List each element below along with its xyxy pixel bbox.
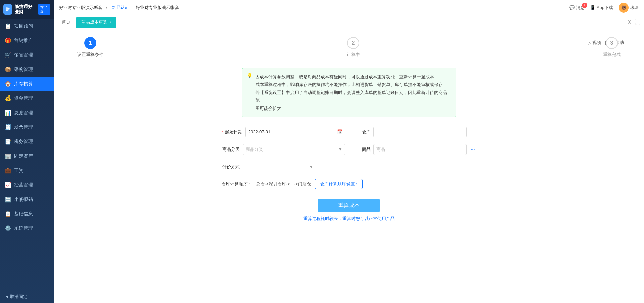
sidebar-item-label: 资金管理 <box>14 95 33 101</box>
operations-icon: 📈 <box>5 182 11 188</box>
sidebar-item-label: 项目顾问 <box>14 23 33 29</box>
step-2-number: 2 <box>352 40 355 46</box>
message-icon: 💬 <box>569 5 575 10</box>
sidebar-item-inventory[interactable]: 🏠 库存核算 <box>0 77 54 91</box>
main-btn-container: 重算成本 重算过程耗时较长，重算时您可以正常使用产品 <box>221 199 476 222</box>
calc-order-label: 仓库计算顺序： <box>221 181 252 187</box>
sidebar-item-label: 营销推广 <box>14 38 33 44</box>
top-header: 好业财专业版演示帐套 ▼ 🛡 已认证 好业财专业版演示帐套 💬 消息 1 📱 A… <box>54 0 644 15</box>
form-container: * 起始日期 2022-07-01 📅 仓库 ··· <box>221 127 476 222</box>
step-3-number: 3 <box>610 40 613 46</box>
play-icon: ▷ <box>588 40 591 45</box>
message-button[interactable]: 💬 消息 1 <box>569 5 585 11</box>
recalc-button[interactable]: 重算成本 <box>318 199 380 212</box>
account-name-right: 好业财专业版演示帐套 <box>132 5 566 11</box>
calendar-icon: 📅 <box>337 129 342 134</box>
sidebar-item-payroll[interactable]: 💼 工资 <box>0 163 54 178</box>
step-3-label: 重算完成 <box>603 52 621 58</box>
sidebar-item-invoice[interactable]: 🧾 发票管理 <box>0 120 54 134</box>
unpin-button[interactable]: ◄ 取消固定 <box>0 290 54 303</box>
avatar-image: 🐻 <box>619 3 629 13</box>
step-line-2 <box>360 43 603 43</box>
expense-icon: 🔄 <box>5 196 11 203</box>
sidebar-item-label: 经营管理 <box>14 182 33 188</box>
start-date-group: * 起始日期 2022-07-01 📅 <box>221 127 345 137</box>
sidebar-item-sales[interactable]: 🛒 销售管理 <box>0 48 54 62</box>
message-badge: 1 <box>582 3 587 8</box>
step-1-label: 设置重算条件 <box>77 52 103 58</box>
goods-label: 商品 <box>352 146 371 153</box>
calc-order-settings-button[interactable]: 仓库计算顺序设置 › <box>315 179 363 189</box>
tab-home[interactable]: 首页 <box>57 17 75 28</box>
sidebar-item-tax[interactable]: 📑 税务管理 <box>0 134 54 149</box>
chevron-right-icon: › <box>356 181 358 186</box>
user-name: 珠珠 <box>630 5 639 11</box>
close-window-icon[interactable]: ✕ <box>627 18 632 26</box>
pricing-group: 计价方式 ▼ <box>221 162 345 172</box>
notice-box: 💡 因成本计算参数调整，或是对商品成本有疑问时，可以通过成本重算功能，重新计算一… <box>241 68 456 117</box>
verified-text: 已认证 <box>117 5 129 10</box>
sidebar-item-purchase[interactable]: 📦 采购管理 <box>0 62 54 77</box>
form-row-3: 计价方式 ▼ <box>221 162 476 172</box>
account-selector[interactable]: 好业财专业版演示帐套 ▼ <box>59 5 108 11</box>
content-area: 1 设置重算条件 2 计算中 3 重算完成 ▷ 视频 <box>54 29 644 303</box>
start-date-input[interactable]: 2022-07-01 📅 <box>245 127 345 137</box>
home-tab-label: 首页 <box>62 19 70 25</box>
sidebar-item-label: 库存核算 <box>14 81 33 87</box>
sidebar-item-finance[interactable]: 💰 资金管理 <box>0 91 54 105</box>
notice-line-4: 围可能会扩大 <box>255 104 450 112</box>
account-name: 好业财专业版演示帐套 <box>59 5 103 11</box>
project-icon: 📋 <box>5 23 11 29</box>
sidebar-item-expense[interactable]: 🔄 小畅报销 <box>0 192 54 207</box>
category-placeholder: 商品分类 <box>246 146 263 153</box>
avatar-emoji: 🐻 <box>621 5 626 10</box>
sidebar-item-basic[interactable]: 📋 基础信息 <box>0 207 54 221</box>
user-avatar[interactable]: 🐻 珠珠 <box>619 3 639 13</box>
sidebar-item-marketing[interactable]: 🎁 营销推广 <box>0 33 54 48</box>
tab-close-icon[interactable]: × <box>109 20 112 25</box>
maximize-icon[interactable]: ⛶ <box>635 18 641 26</box>
verified-badge: 🛡 已认证 <box>111 5 129 10</box>
warehouse-more-button[interactable]: ··· <box>469 129 476 135</box>
category-select[interactable]: 商品分类 ▼ <box>243 144 345 155</box>
tab-bar-actions: ✕ ⛶ <box>627 18 641 26</box>
sidebar-item-system[interactable]: ⚙️ 系统管理 <box>0 221 54 235</box>
tax-icon: 📑 <box>5 138 11 145</box>
notice-icon: 💡 <box>247 73 252 78</box>
tab-bar: 首页 商品成本重算 × ✕ ⛶ <box>54 15 644 29</box>
logo-icon: 财 <box>3 4 12 15</box>
goods-more-button[interactable]: ··· <box>469 146 476 153</box>
sidebar-item-label: 销售管理 <box>14 52 33 58</box>
app-download-button[interactable]: 📱 App下载 <box>590 5 613 11</box>
step-1-circle: 1 <box>84 37 96 49</box>
pricing-select[interactable]: ▼ <box>243 162 316 172</box>
sidebar-item-assets[interactable]: 🏢 固定资产 <box>0 149 54 163</box>
warehouse-input[interactable] <box>373 127 467 137</box>
calc-order-btn-label: 仓库计算顺序设置 <box>320 181 355 187</box>
notice-line-3: 若【系统设置】中启用了自动调整记账日期时，会调整入库单的整单记账日期，因此重新计… <box>255 89 450 104</box>
video-help-button[interactable]: ▷ 视频 <box>588 40 601 46</box>
sidebar-item-accounting[interactable]: 📊 总账管理 <box>0 105 54 120</box>
sidebar-item-label: 采购管理 <box>14 67 33 73</box>
recalc-btn-label: 重算成本 <box>338 202 360 208</box>
start-date-value: 2022-07-01 <box>248 129 271 134</box>
chevron-down-icon: ▼ <box>338 147 342 152</box>
shield-icon: 🛡 <box>111 5 115 10</box>
sidebar-item-label: 税务管理 <box>14 139 33 145</box>
unpin-label: ◄ 取消固定 <box>5 294 28 300</box>
pricing-chevron-icon: ▼ <box>309 164 313 169</box>
app-name: 畅捷通好业财 <box>15 4 36 14</box>
sidebar-item-label: 发票管理 <box>14 124 33 130</box>
purchase-icon: 📦 <box>5 66 11 73</box>
calc-order-value: 总仓->深圳仓库->...->门店仓 <box>256 181 311 187</box>
goods-input[interactable]: 商品 <box>373 144 467 155</box>
inventory-icon: 🏠 <box>5 81 11 87</box>
warehouse-group: 仓库 ··· <box>352 127 476 137</box>
sales-icon: 🛒 <box>5 52 11 58</box>
category-group: 商品分类 商品分类 ▼ <box>221 144 345 155</box>
pricing-label: 计价方式 <box>221 164 240 170</box>
tab-recalc[interactable]: 商品成本重算 × <box>76 17 116 28</box>
form-row-1: * 起始日期 2022-07-01 📅 仓库 ··· <box>221 127 476 137</box>
sidebar-item-project[interactable]: 📋 项目顾问 <box>0 19 54 33</box>
sidebar-item-operations[interactable]: 📈 经营管理 <box>0 178 54 192</box>
